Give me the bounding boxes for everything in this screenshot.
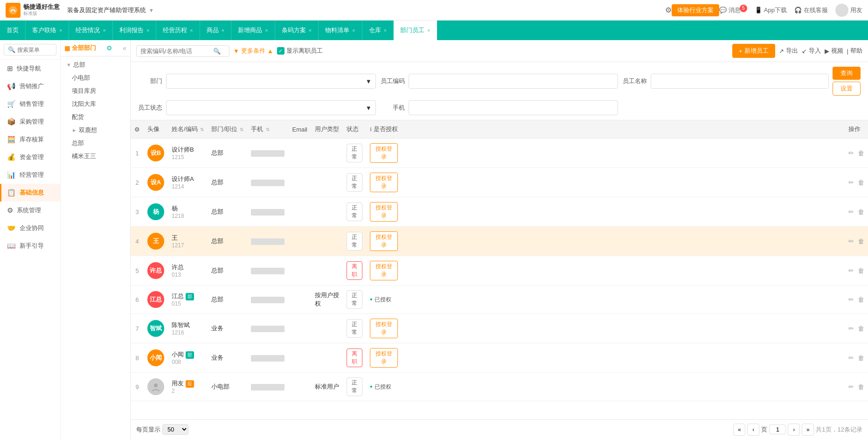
delete-button[interactable]: 🗑 (858, 237, 864, 245)
app-download-button[interactable]: 📱 App下载 (755, 6, 787, 14)
edit-button[interactable]: ✏ (848, 354, 854, 362)
more-filter-button[interactable]: ▼ 更多条件 ▲ (233, 47, 273, 55)
edit-button[interactable]: ✏ (848, 208, 854, 216)
tab-customer[interactable]: 客户联络 × (26, 21, 69, 40)
show-resigned-toggle[interactable]: ✓ 显示离职员工 (277, 47, 323, 55)
delete-button[interactable]: 🗑 (858, 383, 864, 390)
auth-login-button[interactable]: 授权登录 (370, 261, 398, 280)
delete-button[interactable]: 🗑 (858, 296, 864, 303)
filter-status-select[interactable]: ▼ (166, 100, 376, 115)
user-button[interactable]: 用友 (835, 4, 862, 17)
close-icon[interactable]: × (265, 28, 268, 33)
sidebar-item-operation[interactable]: 📊 经营管理 (0, 166, 60, 184)
close-icon[interactable]: × (222, 28, 224, 33)
auth-login-button[interactable]: 授权登录 (370, 319, 398, 338)
edit-button[interactable]: ✏ (848, 383, 854, 390)
col-settings[interactable]: ⚙ (131, 120, 144, 139)
tab-home[interactable]: 首页 (0, 21, 26, 40)
online-service-button[interactable]: 🎧 在线客服 (794, 6, 828, 14)
dept-node-zongbu2[interactable]: 总部 (61, 137, 130, 150)
filter-name-input[interactable] (651, 74, 829, 89)
tab-department[interactable]: 部门员工 × (394, 21, 437, 40)
dept-config-icon[interactable]: ⚙ (106, 44, 112, 52)
dept-node-shuangmeng[interactable]: ► 双鹿想 (61, 124, 130, 137)
search-input[interactable] (140, 48, 210, 55)
auth-login-button[interactable]: 授权登录 (370, 202, 398, 222)
trial-button[interactable]: 体验行业方案 (672, 4, 719, 16)
tab-barcode[interactable]: 条码方案 × (275, 21, 319, 40)
delete-button[interactable]: 🗑 (858, 208, 864, 216)
edit-button[interactable]: ✏ (848, 179, 854, 186)
filter-phone-input[interactable] (409, 100, 618, 115)
sidebar-item-basic[interactable]: 📋 基础信息 (0, 184, 60, 202)
sidebar-item-system[interactable]: ⚙ 系统管理 (0, 202, 60, 219)
close-icon[interactable]: × (352, 28, 355, 33)
dept-node-xiangmu[interactable]: 项目库房 (61, 84, 130, 98)
dept-node-peihuo[interactable]: 配货 (61, 111, 130, 124)
messages-button[interactable]: 💬 消息 5 (719, 6, 747, 14)
sidebar-item-collab[interactable]: 🤝 企业协同 (0, 219, 60, 237)
close-icon[interactable]: × (427, 28, 430, 33)
tab-warehouse[interactable]: 仓库 × (362, 21, 394, 40)
col-name[interactable]: 姓名/编码 ⇅ (168, 120, 208, 139)
delete-button[interactable]: 🗑 (858, 267, 864, 274)
all-dept-button[interactable]: ▦ 全部部门 (64, 44, 96, 52)
dept-node-pumio[interactable]: 橘米王三 (61, 150, 130, 163)
dept-node-zongbu-parent[interactable]: ▼ 总部 (61, 58, 130, 71)
edit-button[interactable]: ✏ (848, 325, 854, 332)
dept-node-xiaodianbu[interactable]: 小电部 (61, 71, 130, 84)
delete-button[interactable]: 🗑 (858, 325, 864, 332)
tab-bom[interactable]: 物料清单 × (319, 21, 362, 40)
settings-button[interactable]: ⚙ (665, 6, 672, 14)
edit-button[interactable]: ✏ (848, 267, 854, 274)
auth-login-button[interactable]: 授权登录 (370, 143, 398, 163)
sidebar-item-purchase[interactable]: 📦 采购管理 (0, 113, 60, 131)
set-button[interactable]: 设置 (833, 82, 861, 96)
help-button[interactable]: | 帮助 (847, 47, 862, 55)
tab-goods[interactable]: 商品 × (200, 21, 231, 40)
delete-button[interactable]: 🗑 (858, 149, 864, 157)
last-page-button[interactable]: » (802, 424, 814, 436)
auth-login-button[interactable]: 授权登录 (370, 173, 398, 192)
auth-login-button[interactable]: 授权登录 (370, 231, 398, 251)
dropdown-arrow-icon[interactable]: ▼ (149, 7, 154, 13)
per-page-select[interactable]: 50 20 100 (162, 424, 188, 435)
sidebar-item-sales[interactable]: 🛒 销售管理 (0, 95, 60, 113)
add-employee-button[interactable]: + 新增员工 (732, 44, 775, 58)
export-button[interactable]: ↗ 导出 (779, 47, 798, 55)
edit-button[interactable]: ✏ (848, 237, 854, 245)
tab-journey[interactable]: 经营历程 × (156, 21, 200, 40)
col-dept[interactable]: 部门/职位 ⇅ (208, 120, 247, 139)
edit-button[interactable]: ✏ (848, 149, 854, 157)
tab-operation[interactable]: 经营情况 × (69, 21, 112, 40)
tab-add-goods[interactable]: 新增商品 × (231, 21, 275, 40)
dept-node-shenyang[interactable]: 沈阳大库 (61, 98, 130, 111)
close-icon[interactable]: × (190, 28, 193, 33)
close-icon[interactable]: × (384, 28, 387, 33)
edit-button[interactable]: ✏ (848, 296, 854, 303)
search-input[interactable] (17, 47, 55, 53)
close-icon[interactable]: × (103, 28, 105, 33)
close-icon[interactable]: × (309, 28, 312, 33)
import-button[interactable]: ↙ 导入 (802, 47, 821, 55)
prev-page-button[interactable]: ‹ (747, 424, 759, 436)
page-input[interactable] (769, 425, 786, 434)
close-icon[interactable]: × (59, 28, 62, 33)
sidebar-item-inventory[interactable]: 🧮 库存核算 (0, 131, 60, 148)
first-page-button[interactable]: « (733, 424, 745, 436)
delete-button[interactable]: 🗑 (858, 179, 864, 186)
tab-profit[interactable]: 利润报告 × (113, 21, 156, 40)
delete-button[interactable]: 🗑 (858, 354, 864, 362)
close-icon[interactable]: × (146, 28, 149, 33)
col-phone[interactable]: 手机 ⇅ (247, 120, 288, 139)
auth-login-button[interactable]: 授权登录 (370, 348, 398, 368)
sidebar-item-quick-nav[interactable]: ⊞ 快捷导航 (0, 60, 60, 77)
filter-dept-select[interactable]: ▼ (166, 74, 376, 89)
sidebar-item-marketing[interactable]: 📢 营销推广 (0, 77, 60, 95)
next-page-button[interactable]: › (788, 424, 800, 436)
sidebar-item-finance[interactable]: 💰 资金管理 (0, 148, 60, 166)
search-button[interactable]: 查询 (833, 67, 861, 80)
video-button[interactable]: ▶ 视频 (825, 47, 843, 55)
filter-code-input[interactable] (409, 74, 618, 89)
collapse-icon[interactable]: « (123, 44, 126, 52)
